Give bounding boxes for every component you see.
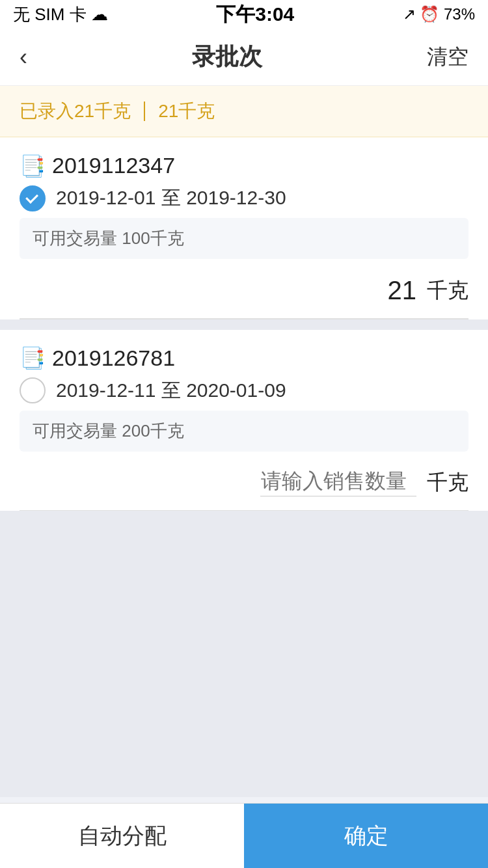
section-divider	[0, 319, 488, 330]
batch-qty-unit-2: 千克	[427, 468, 468, 497]
batch-avail-2: 可用交易量 200千克	[20, 411, 468, 452]
recorded-label: 已录入21千克	[20, 99, 131, 124]
batch-header-1: 📑 2019112347	[0, 137, 488, 185]
batch-icon-1: 📑	[20, 154, 46, 178]
batch-number-1: 2019112347	[52, 153, 175, 178]
batch-qty-unit-1: 千克	[427, 277, 468, 305]
batch-date-row-1[interactable]: 2019-12-01 至 2019-12-30	[0, 185, 488, 218]
back-button[interactable]: ‹	[20, 44, 27, 71]
page-title: 录批次	[192, 41, 262, 73]
clear-button[interactable]: 清空	[427, 43, 468, 72]
status-time: 下午3:04	[216, 1, 294, 28]
auto-distribute-button[interactable]: 自动分配	[0, 804, 244, 868]
batch-qty-row-1: 21 千克	[0, 265, 488, 318]
status-icons: ↗ ⏰ 73%	[403, 5, 475, 23]
carrier-text: 无 SIM 卡 ☁	[13, 3, 108, 26]
batch-date-1: 2019-12-01 至 2019-12-30	[56, 185, 286, 211]
batch-icon-2: 📑	[20, 346, 46, 370]
batch-avail-1: 可用交易量 100千克	[20, 218, 468, 259]
radio-btn-2[interactable]	[20, 377, 46, 403]
batch-qty-input-2[interactable]	[260, 469, 416, 496]
status-bar: 无 SIM 卡 ☁ 下午3:04 ↗ ⏰ 73%	[0, 0, 488, 29]
batch-date-row-2[interactable]: 2019-12-11 至 2020-01-09	[0, 377, 488, 411]
batch-header-2: 📑 2019126781	[0, 330, 488, 377]
bottom-bar: 自动分配 确定	[0, 803, 488, 868]
nav-bar: ‹ 录批次 清空	[0, 29, 488, 86]
batch-date-2: 2019-12-11 至 2020-01-09	[56, 377, 286, 404]
batch-card-2: 📑 2019126781 2019-12-11 至 2020-01-09 可用交…	[0, 330, 488, 511]
batch-number-2: 2019126781	[52, 346, 175, 371]
status-left: 无 SIM 卡 ☁	[13, 3, 108, 26]
radio-btn-1[interactable]	[20, 185, 46, 211]
total-label: 21千克	[158, 99, 215, 124]
confirm-button[interactable]: 确定	[244, 804, 488, 868]
summary-divider	[144, 102, 145, 121]
status-right: ↗ ⏰ 73%	[403, 5, 475, 23]
bottom-empty	[0, 511, 488, 797]
summary-banner: 已录入21千克 21千克	[0, 86, 488, 137]
batch-card-1: 📑 2019112347 2019-12-01 至 2019-12-30 可用交…	[0, 137, 488, 319]
batch-qty-value-1: 21	[388, 276, 417, 305]
batch-qty-row-2: 千克	[0, 458, 488, 510]
